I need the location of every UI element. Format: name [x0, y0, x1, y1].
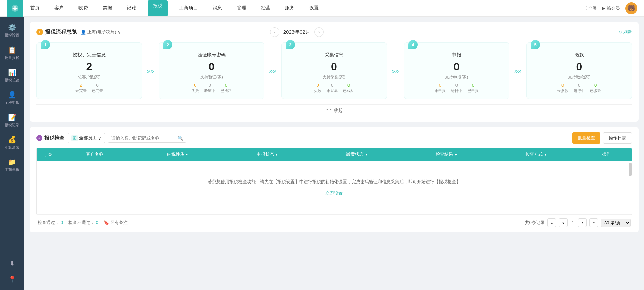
next-month-btn[interactable]: › [314, 27, 324, 37]
empty-state-cell: 若您想使用报税检查功能，请先在【报税设置】中进行报税的初始化设置，完成密码验证和… [37, 161, 632, 215]
step-number-2: 2 [163, 40, 172, 49]
step-stat-label-2-2: 已成功 [221, 88, 232, 93]
step-stat-num-5-2: 0 [594, 83, 597, 88]
filter-icon-1[interactable]: ▼ [185, 153, 189, 156]
avatar[interactable]: 🐻 [625, 2, 637, 14]
scrollbar-thumb[interactable] [629, 163, 632, 176]
nav-home[interactable]: 首页 [27, 0, 43, 16]
plus-circle-icon: + [36, 29, 43, 35]
filter-icon-3[interactable]: ▼ [365, 153, 368, 156]
setup-link[interactable]: 立即设置 [325, 191, 343, 196]
select-all-checkbox[interactable] [41, 152, 46, 157]
process-header: + 报税流程总览 👤 上海(电子税局) ∨ ‹ 2023年02月 › ↻ 刷新 [36, 27, 632, 37]
sidebar-label-batch-tax: 批量报税 [5, 55, 19, 60]
filter-icon-5[interactable]: ▼ [544, 153, 547, 156]
filter-icon-4[interactable]: ▼ [454, 153, 458, 156]
step-stat-num-5-0: 0 [561, 83, 564, 88]
nav-operation[interactable]: 经营 [258, 0, 274, 16]
sidebar-label-tax-settings: 报税设置 [5, 33, 19, 38]
next-page-btn[interactable]: › [578, 218, 587, 227]
prev-page-btn[interactable]: ‹ [559, 218, 568, 227]
step-stat-label-5-1: 进行中 [574, 88, 585, 93]
sidebar-label-tax-overview: 报税总览 [5, 78, 19, 83]
sidebar-item-tax-settings[interactable]: ⚙️ 报税设置 [1, 20, 23, 41]
nav-accounting[interactable]: 记账 [123, 0, 140, 16]
step-stat-num-5-1: 0 [578, 83, 580, 88]
refresh-btn[interactable]: ↻ 刷新 [618, 29, 632, 35]
first-page-btn[interactable]: « [547, 218, 556, 227]
step-title-3: 采集信息 [287, 52, 381, 58]
sidebar-item-personal-tax[interactable]: 👤 个税申报 [1, 87, 23, 108]
nav-service[interactable]: 服务 [282, 0, 298, 16]
refresh-icon: ↻ [618, 30, 622, 35]
employee-select[interactable]: 图 全部员工 ∨ [68, 133, 105, 143]
step-stat-num-1-0: 2 [79, 83, 82, 88]
nav-fee[interactable]: 收费 [75, 0, 91, 16]
top-nav: 首页 客户 收费 票据 记账 报税 工商项目 消息 管理 经营 服务 设置 ⛶ … [0, 0, 644, 17]
step-number-4: 4 [408, 40, 418, 49]
sidebar-item-tax-record[interactable]: 📝 报税记录 [1, 110, 23, 131]
table-footer: 检查通过： 0 检查不通过： 0 🔖 囧有备注 共0条记录 « ‹ 1 › [36, 215, 632, 227]
sidebar-item-tax-overview[interactable]: 📊 报税总览 [1, 65, 23, 86]
prev-month-btn[interactable]: ‹ [270, 27, 279, 37]
column-settings-icon[interactable]: ⚙ [48, 152, 52, 157]
chevron-down-icon: ∨ [118, 30, 121, 35]
step-count-2: 0 [164, 61, 259, 73]
nav-manage[interactable]: 管理 [233, 0, 250, 16]
last-page-btn[interactable]: » [589, 218, 598, 227]
nav-client[interactable]: 客户 [51, 0, 67, 16]
step-stat-3-0: 0 失败 [314, 83, 321, 93]
chevron-down-icon: ∨ [98, 136, 101, 141]
member-btn[interactable]: ▶ 畅会员 [602, 5, 620, 11]
check-table-body: 若您想使用报税检查功能，请先在【报税设置】中进行报税的初始化设置，完成密码验证和… [37, 161, 632, 215]
sidebar-item-batch-tax[interactable]: 📋 批量报税 [1, 43, 23, 64]
note-area: 🔖 囧有备注 [104, 220, 128, 226]
member-label: 畅会员 [607, 5, 620, 11]
filter-area: 图 全部员工 ∨ 🔍 [68, 133, 569, 143]
step-stat-label-5-0: 未缴款 [557, 88, 568, 93]
process-steps: 1 授权、完善信息 2 总客户数(家) 2 未完善 0 已完善 [36, 42, 632, 99]
collapse-btn[interactable]: ⌃⌃ 收起 [36, 105, 632, 116]
sidebar-item-location[interactable]: 📍 [1, 272, 23, 287]
sidebar: ⚙️ 报税设置 📋 批量报税 📊 报税总览 👤 个税申报 📝 报税记录 💰 汇算… [0, 17, 24, 290]
sidebar-item-annual-reconcile[interactable]: 💰 汇算清缴 [1, 132, 23, 153]
annual-report-icon: 📁 [8, 158, 16, 166]
tax-settings-icon: ⚙️ [8, 23, 16, 31]
fullscreen-btn[interactable]: ⛶ 全屏 [582, 5, 597, 11]
step-stat-5-0: 0 未缴款 [557, 83, 568, 93]
step-stat-label-4-2: 已申报 [468, 88, 479, 93]
location-tag[interactable]: 👤 上海(电子税局) ∨ [80, 29, 121, 35]
pass-count[interactable]: 0 [61, 220, 63, 225]
step-stat-5-2: 0 已缴款 [590, 83, 601, 93]
batch-check-btn[interactable]: 批量检查 [572, 132, 600, 144]
fail-count[interactable]: 0 [96, 220, 98, 225]
sidebar-item-download[interactable]: ⬇ [1, 256, 23, 271]
step-title-4: 申报 [410, 52, 504, 58]
search-input[interactable] [108, 134, 175, 142]
step-title-5: 缴款 [532, 52, 626, 58]
nav-invoice[interactable]: 票据 [99, 0, 115, 16]
step-count-3: 0 [287, 61, 381, 73]
sidebar-label-annual-reconcile: 汇算清缴 [5, 145, 19, 150]
pass-count-label: 检查通过： 0 [38, 220, 63, 226]
search-btn[interactable]: 🔍 [175, 134, 186, 142]
nav-settings[interactable]: 设置 [306, 0, 322, 16]
check-table: ⚙ 客户名称 纳税性质 ▼ [37, 148, 632, 215]
step-number-1: 1 [41, 40, 50, 49]
filter-icon-2[interactable]: ▼ [275, 153, 278, 156]
annual-reconcile-icon: 💰 [8, 136, 16, 144]
sidebar-item-annual-report[interactable]: 📁 工商年报 [1, 155, 23, 176]
operation-log-btn[interactable]: 操作日志 [603, 132, 632, 144]
tax-overview-icon: 📊 [8, 68, 16, 76]
step-stat-num-2-0: 0 [194, 83, 196, 88]
empty-state: 若您想使用报税检查功能，请先在【报税设置】中进行报税的初始化设置，完成密码验证和… [41, 164, 628, 211]
collapse-up-icon: ⌃⌃ [325, 108, 333, 113]
page-size-select[interactable]: 30 条/页 50 条/页 100 条/页 [601, 219, 631, 227]
step-stat-1-1: 0 已完善 [92, 83, 103, 93]
fullscreen-label: 全屏 [588, 5, 597, 11]
search-box: 🔍 [108, 134, 186, 143]
nav-message[interactable]: 消息 [209, 0, 225, 16]
step-stat-2-1: 0 验证中 [204, 83, 215, 93]
nav-business[interactable]: 工商项目 [176, 0, 201, 16]
nav-tax[interactable]: 报税 [148, 0, 168, 16]
